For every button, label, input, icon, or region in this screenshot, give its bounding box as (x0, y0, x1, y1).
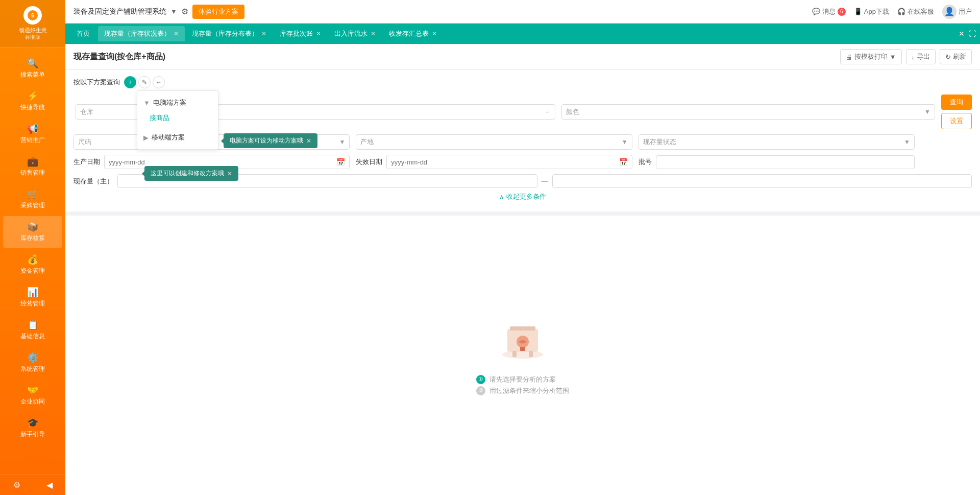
tab-stock-dist[interactable]: 现存量（库存分布表） ✕ (186, 26, 273, 41)
stock-status-field[interactable]: 现存量状态 ▼ (639, 134, 915, 150)
system-name: 装备及固定资产辅助管理系统 (74, 7, 166, 16)
header-right: 💬 消息 6 📱 App下载 🎧 在线客服 👤 用户 (812, 5, 972, 19)
sidebar-nav: 🔍 搜索菜单 ⚡ 快捷导航 📢 营销推广 💼 销售管理 🛒 采购管理 📦 库存核… (0, 48, 65, 475)
add-scheme-btn[interactable]: + (124, 76, 136, 88)
filter-header: 按以下方案查询 + ✎ ← ▼ 电脑端方案 接商品 (74, 76, 972, 88)
tab-stock-dist-close[interactable]: ✕ (261, 30, 266, 37)
sidebar-item-purchase[interactable]: 🛒 采购管理 (3, 183, 62, 215)
reset-btn[interactable]: 设置 (941, 113, 972, 129)
app-download-item[interactable]: 📱 App下载 (854, 7, 889, 16)
tab-stock-status[interactable]: 现存量（库存状况表） ✕ (98, 26, 185, 41)
user-item[interactable]: 👤 用户 (942, 5, 972, 19)
sidebar-logo: 6 畅通好生意 标准版 (0, 0, 65, 48)
filter-actions: + ✎ ← (124, 76, 165, 88)
tab-home[interactable]: 首页 (69, 26, 97, 41)
sidebar-item-basic-info[interactable]: 📋 基础信息 (3, 314, 62, 346)
svg-rect-8 (529, 351, 533, 357)
tab-flow[interactable]: 出入库流水 ✕ (328, 26, 382, 41)
search-btn[interactable]: 查询 (941, 95, 972, 110)
tab-close-all-icon[interactable]: ✕ (959, 30, 965, 38)
headset-icon: 🎧 (897, 8, 905, 15)
finance-icon: 💰 (27, 254, 38, 265)
collapse-sidebar-icon[interactable]: ◀ (46, 480, 53, 490)
basic-info-icon: 📋 (27, 319, 38, 331)
tab-batch-label: 库存批次账 (280, 29, 313, 38)
management-icon: 📊 (27, 287, 38, 298)
produce-date-field[interactable] (109, 158, 336, 166)
tab-batch-close[interactable]: ✕ (316, 30, 321, 37)
expire-date-calendar-icon[interactable]: 📅 (619, 158, 628, 166)
sidebar-item-inventory[interactable]: 📦 库存核算 (3, 216, 62, 248)
page-content: 现存量查询(按仓库+商品) 🖨 按模板打印 ▼ ↓ 导出 ↻ 刷新 (65, 44, 980, 495)
expire-date-input[interactable]: 📅 (386, 155, 632, 169)
inventory-icon: 📦 (27, 221, 38, 232)
stock-main-dash: — (542, 177, 548, 185)
svg-rect-4 (510, 326, 535, 331)
system-dropdown[interactable]: ▼ (170, 8, 177, 15)
phone-icon: 📱 (854, 8, 862, 15)
tab-summary[interactable]: 收发存汇总表 ✕ (383, 26, 443, 41)
logo-text: 畅通好生意 (19, 27, 47, 34)
tab-batch[interactable]: 库存批次账 ✕ (274, 26, 327, 41)
stock-main-field2[interactable] (557, 177, 968, 185)
edit-scheme-btn[interactable]: ✎ (138, 76, 151, 88)
search-reset-btns: 查询 设置 (941, 95, 972, 129)
mobile-scheme-header[interactable]: ▶ 移动端方案 (137, 130, 218, 145)
industry-btn[interactable]: 体验行业方案 (192, 5, 244, 19)
tip-num-1: ① (476, 375, 485, 384)
tab-summary-label: 收发存汇总表 (389, 29, 429, 38)
scheme-item-product[interactable]: 接商品 (137, 110, 218, 126)
tab-stock-dist-label: 现存量（库存分布表） (192, 29, 258, 38)
print-icon: 🖨 (846, 53, 852, 61)
tab-stock-status-close[interactable]: ✕ (174, 30, 179, 37)
stock-main-input2[interactable] (552, 174, 972, 188)
user-avatar: 👤 (942, 5, 957, 19)
tab-summary-close[interactable]: ✕ (432, 30, 437, 37)
system-icon: ⚙️ (27, 352, 38, 363)
product-field[interactable]: 商品 ··· (182, 104, 555, 120)
sidebar-item-cooperation[interactable]: 🤝 企业协同 (3, 380, 62, 411)
expire-date-field[interactable] (391, 158, 619, 166)
produce-date-label-text: 生产日期 (74, 157, 100, 167)
produce-date-calendar-icon[interactable]: 📅 (336, 158, 345, 166)
quick-nav-icon: ⚡ (27, 90, 38, 102)
page-actions: 🖨 按模板打印 ▼ ↓ 导出 ↻ 刷新 (840, 49, 972, 64)
batch-no-wrap: 批号 (639, 155, 915, 169)
online-support-item[interactable]: 🎧 在线客服 (897, 7, 934, 16)
dropdown-arrow-icon: ▼ (170, 8, 177, 15)
tab-flow-close[interactable]: ✕ (371, 30, 376, 37)
sidebar-item-search[interactable]: 🔍 搜索菜单 (3, 53, 62, 84)
sidebar-item-system[interactable]: ⚙️ 系统管理 (3, 347, 62, 379)
settings-header-btn[interactable]: ⚙ (181, 7, 188, 16)
sidebar-item-guide[interactable]: 🎓 新手引导 (3, 412, 62, 444)
search-nav-icon: 🔍 (27, 58, 38, 69)
guide-icon: 🎓 (27, 417, 38, 429)
svg-rect-6 (520, 347, 525, 351)
color-field[interactable]: 颜色 ▼ (561, 104, 935, 120)
batch-no-field[interactable] (660, 158, 910, 166)
refresh-btn[interactable]: ↻ 刷新 (940, 49, 972, 64)
sidebar-item-quick-nav[interactable]: ⚡ 快捷导航 (3, 85, 62, 117)
sidebar-item-management[interactable]: 📊 经营管理 (3, 281, 62, 313)
sidebar-item-marketing[interactable]: 📢 营销推广 (3, 118, 62, 150)
export-btn[interactable]: ↓ 导出 (906, 49, 936, 64)
back-scheme-btn[interactable]: ← (153, 76, 165, 88)
collapse-btn[interactable]: ∧ 收起更多条件 (74, 188, 972, 205)
purchase-icon: 🛒 (27, 188, 38, 200)
origin-field[interactable]: 产地 ▼ (356, 134, 632, 150)
logo-tag: 标准版 (25, 34, 40, 41)
tooltip-scheme-close[interactable]: ✕ (306, 137, 311, 145)
desktop-scheme-header[interactable]: ▼ 电脑端方案 (137, 95, 218, 110)
settings-bottom-icon[interactable]: ⚙ (13, 480, 20, 490)
stock-status-arrow-icon: ▼ (904, 138, 910, 146)
tab-expand-icon[interactable]: ⛶ (969, 30, 976, 38)
sidebar-item-finance[interactable]: 💰 资金管理 (3, 249, 62, 280)
refresh-icon: ↻ (945, 53, 951, 61)
sidebar-item-sales[interactable]: 💼 销售管理 (3, 151, 62, 182)
print-btn[interactable]: 🖨 按模板打印 ▼ (840, 49, 902, 64)
tooltip-create-close[interactable]: ✕ (227, 170, 232, 177)
sales-icon: 💼 (27, 156, 38, 167)
messages-item[interactable]: 💬 消息 6 (812, 7, 846, 16)
desktop-scheme-arrow: ▼ (143, 99, 150, 107)
batch-no-input[interactable] (656, 155, 915, 169)
